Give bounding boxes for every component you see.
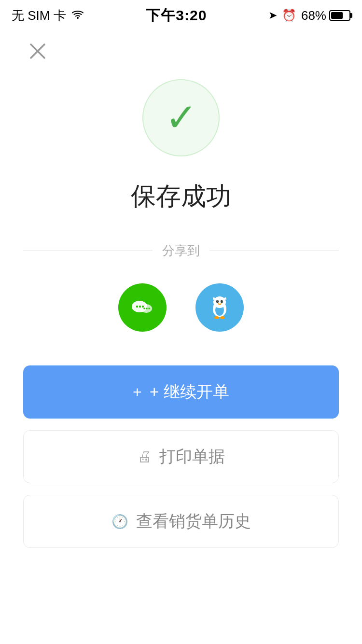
status-bar: 无 SIM 卡 下午3:20 ➤ ⏰ 68% bbox=[0, 0, 362, 31]
continue-icon: + bbox=[133, 383, 142, 401]
history-icon: 🕐 bbox=[111, 514, 128, 530]
svg-point-8 bbox=[143, 308, 145, 309]
battery-icon bbox=[329, 10, 350, 21]
print-icon: 🖨 bbox=[137, 448, 152, 465]
checkmark-icon: ✓ bbox=[165, 98, 197, 137]
svg-point-18 bbox=[214, 316, 219, 319]
divider-left bbox=[23, 251, 153, 251]
success-title: 保存成功 bbox=[131, 180, 231, 213]
svg-point-7 bbox=[142, 306, 144, 308]
success-icon-circle: ✓ bbox=[142, 79, 220, 156]
status-right: ➤ ⏰ 68% bbox=[268, 8, 350, 23]
svg-point-10 bbox=[148, 308, 150, 309]
print-button[interactable]: 🖨 打印单据 bbox=[23, 430, 339, 483]
history-button[interactable]: 🕐 查看销货单历史 bbox=[23, 495, 339, 548]
divider-right bbox=[209, 251, 339, 251]
svg-point-14 bbox=[216, 300, 219, 303]
svg-point-5 bbox=[136, 306, 138, 308]
svg-point-19 bbox=[220, 316, 225, 319]
status-left: 无 SIM 卡 bbox=[12, 7, 84, 24]
wifi-icon bbox=[71, 8, 84, 23]
battery-indicator: 68% bbox=[301, 8, 350, 23]
svg-point-15 bbox=[221, 300, 223, 303]
continue-label: + 继续开单 bbox=[150, 381, 229, 403]
wechat-share-button[interactable] bbox=[118, 283, 167, 332]
main-content: ✓ 保存成功 分享到 bbox=[0, 31, 362, 548]
carrier-label: 无 SIM 卡 bbox=[12, 7, 66, 24]
svg-point-16 bbox=[217, 301, 218, 302]
svg-point-17 bbox=[222, 301, 223, 302]
svg-point-9 bbox=[146, 308, 148, 309]
battery-label: 68% bbox=[301, 8, 326, 23]
svg-point-0 bbox=[77, 17, 79, 19]
history-label: 查看销货单历史 bbox=[136, 510, 251, 532]
qq-share-button[interactable] bbox=[195, 283, 244, 332]
continue-button[interactable]: + + 继续开单 bbox=[23, 365, 339, 419]
alarm-icon: ⏰ bbox=[282, 9, 296, 22]
print-label: 打印单据 bbox=[159, 446, 225, 468]
actions-section: + + 继续开单 🖨 打印单据 🕐 查看销货单历史 bbox=[23, 365, 339, 548]
share-divider: 分享到 bbox=[23, 242, 339, 259]
location-icon: ➤ bbox=[268, 9, 277, 22]
time-display: 下午3:20 bbox=[146, 6, 207, 26]
share-row bbox=[118, 283, 244, 332]
share-label: 分享到 bbox=[162, 242, 200, 259]
svg-point-6 bbox=[139, 306, 141, 308]
